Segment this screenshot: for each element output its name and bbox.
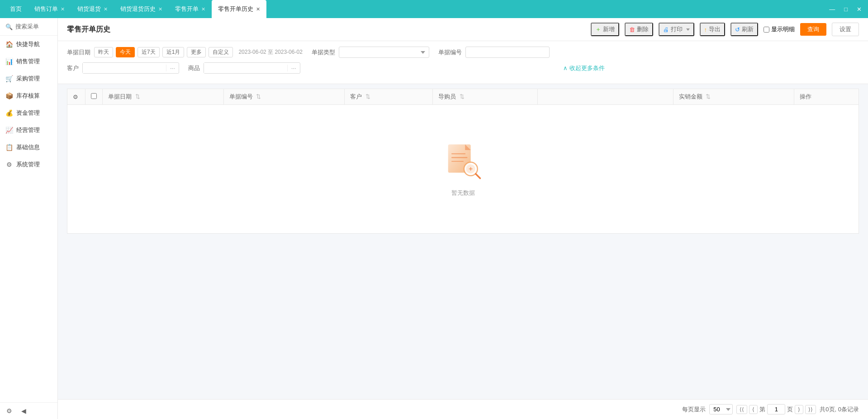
tab-retail-open[interactable]: 零售开单 ✕ xyxy=(169,0,212,18)
tab-home[interactable]: 首页 xyxy=(4,0,28,18)
delete-icon: 🗑 xyxy=(629,26,635,33)
amount-sort-icon[interactable]: ⇅ xyxy=(706,93,711,100)
settings-icon[interactable]: ⚙ xyxy=(5,407,13,414)
guide-sort-icon[interactable]: ⇅ xyxy=(460,93,465,100)
toolbar: ＋ 新增 🗑 删除 🖨 打印 ↑ 导出 ↺ 刷新 xyxy=(591,23,859,36)
page-input[interactable] xyxy=(767,404,785,414)
plus-icon: ＋ xyxy=(595,25,601,33)
bill-type-select[interactable] xyxy=(339,47,429,58)
goods-input-wrapper: ··· xyxy=(204,62,300,74)
custom-date-btn[interactable]: 自定义 xyxy=(209,47,233,57)
add-button[interactable]: ＋ 新增 xyxy=(591,23,619,36)
maximize-button[interactable]: □ xyxy=(841,5,850,14)
table-body: 暂无数据 xyxy=(67,105,859,234)
more-date-btn[interactable]: 更多 xyxy=(187,47,206,57)
data-table: ⚙ 单据日期 ⇅ 单据编号 ⇅ xyxy=(67,89,859,234)
customer-more-btn[interactable]: ··· xyxy=(166,65,179,71)
collapse-btn[interactable]: ∧ 收起更多条件 xyxy=(563,64,605,72)
date-shortcuts: 昨天 今天 近7天 近1月 更多 自定义 xyxy=(94,47,233,57)
sidebar-item-finance[interactable]: 💰 资金管理 xyxy=(0,104,57,122)
page-title: 零售开单历史 xyxy=(67,25,110,34)
sidebar-item-base-info[interactable]: 📋 基础信息 xyxy=(0,139,57,156)
collapse-icon[interactable]: ◀ xyxy=(20,407,27,414)
date-filter-group: 单据日期 昨天 今天 近7天 近1月 更多 自定义 2023-06-02 至 2… xyxy=(67,47,303,57)
first-page-button[interactable]: ⟨⟨ xyxy=(736,405,747,414)
refresh-button[interactable]: ↺ 刷新 xyxy=(730,23,758,36)
page-size-select[interactable]: 20 50 100 200 xyxy=(709,404,733,414)
minimize-button[interactable]: — xyxy=(826,5,838,14)
customer-input[interactable] xyxy=(83,63,166,73)
svg-line-7 xyxy=(475,174,480,179)
total-info: 共0页, 0条记录 xyxy=(820,405,859,414)
date-range-text: 2023-06-02 至 2023-06-02 xyxy=(238,48,302,56)
box-icon: 📦 xyxy=(5,92,13,99)
empty-state: 暂无数据 xyxy=(67,105,859,233)
sidebar-bottom: ⚙ ◀ xyxy=(0,402,57,419)
tab-sales-return[interactable]: 销货退货 ✕ xyxy=(71,0,114,18)
page-nav: ⟨⟨ ⟨ 第 页 ⟩ ⟩⟩ xyxy=(736,404,816,414)
query-button[interactable]: 查询 xyxy=(800,23,826,36)
tab-sales-return-history-close[interactable]: ✕ xyxy=(158,6,162,12)
table-header: ⚙ 单据日期 ⇅ 单据编号 ⇅ xyxy=(67,89,859,105)
gear-icon: ⚙ xyxy=(5,161,13,168)
sidebar-item-inventory[interactable]: 📦 库存核算 xyxy=(0,87,57,104)
select-all-checkbox[interactable] xyxy=(91,93,97,99)
page-size-label: 每页显示 xyxy=(682,405,706,414)
table-settings-icon[interactable]: ⚙ xyxy=(73,94,78,100)
tab-sales-order-close[interactable]: ✕ xyxy=(61,6,65,12)
tab-sales-return-close[interactable]: ✕ xyxy=(104,6,108,12)
date-sort-icon[interactable]: ⇅ xyxy=(135,93,140,100)
tab-sales-order[interactable]: 销售订单 ✕ xyxy=(28,0,71,18)
tab-retail-open-close[interactable]: ✕ xyxy=(201,6,205,12)
no-sort-icon[interactable]: ⇅ xyxy=(256,93,261,100)
settings-button[interactable]: 设置 xyxy=(832,23,859,36)
filter-row-2: 客户 ··· 商品 ··· ∧ xyxy=(67,62,859,74)
close-button[interactable]: ✕ xyxy=(854,5,864,14)
empty-illustration xyxy=(441,141,486,182)
info-icon: 📋 xyxy=(5,144,13,151)
sidebar-item-purchase-mgmt[interactable]: 🛒 采购管理 xyxy=(0,70,57,87)
th-date: 单据日期 ⇅ xyxy=(103,89,224,105)
tab-bar: 首页 销售订单 ✕ 销货退货 ✕ 销货退货历史 ✕ 零售开单 ✕ 零售开单历史 … xyxy=(0,0,868,18)
goods-filter-group: 商品 ··· xyxy=(188,62,300,74)
delete-button[interactable]: 🗑 删除 xyxy=(625,23,653,36)
display-detail-checkbox-label[interactable]: 显示明细 xyxy=(764,25,795,33)
sidebar-item-sales-mgmt[interactable]: 📊 销售管理 xyxy=(0,53,57,70)
customer-sort-icon[interactable]: ⇅ xyxy=(365,93,370,100)
home-icon: 🏠 xyxy=(5,41,13,48)
tab-retail-open-history-close[interactable]: ✕ xyxy=(256,6,260,12)
page-header: 零售开单历史 ＋ 新增 🗑 删除 🖨 打印 ↑ 导出 xyxy=(58,18,868,41)
tab-retail-open-history[interactable]: 零售开单历史 ✕ xyxy=(212,0,266,18)
bill-no-input[interactable] xyxy=(465,47,550,58)
yesterday-btn[interactable]: 昨天 xyxy=(94,47,113,57)
page-label: 第 xyxy=(759,405,765,414)
goods-input[interactable] xyxy=(204,63,287,73)
content-area: 零售开单历史 ＋ 新增 🗑 删除 🖨 打印 ↑ 导出 xyxy=(58,18,868,419)
last7days-btn[interactable]: 近7天 xyxy=(138,47,160,57)
main-layout: 🔍 搜索采单 🏠 快捷导航 📊 销售管理 🛒 采购管理 📦 库存核算 💰 资金管… xyxy=(0,18,868,419)
last-month-btn[interactable]: 近1月 xyxy=(162,47,185,57)
next-page-button[interactable]: ⟩ xyxy=(795,405,803,414)
filter-area: 单据日期 昨天 今天 近7天 近1月 更多 自定义 2023-06-02 至 2… xyxy=(58,41,868,84)
cart-icon: 🛒 xyxy=(5,75,13,82)
print-icon: 🖨 xyxy=(663,26,669,33)
sidebar-item-quick-nav[interactable]: 🏠 快捷导航 xyxy=(0,36,57,53)
customer-input-wrapper: ··· xyxy=(82,62,179,74)
prev-page-button[interactable]: ⟨ xyxy=(749,405,758,414)
th-amount xyxy=(537,89,673,105)
display-detail-checkbox[interactable] xyxy=(764,27,769,33)
today-btn[interactable]: 今天 xyxy=(116,47,135,57)
chart-icon: 📊 xyxy=(5,58,13,65)
sidebar-search[interactable]: 🔍 搜索采单 xyxy=(0,18,57,36)
last-page-button[interactable]: ⟩⟩ xyxy=(805,405,816,414)
tab-sales-return-history[interactable]: 销货退货历史 ✕ xyxy=(114,0,169,18)
export-button[interactable]: ↑ 导出 xyxy=(700,23,726,36)
print-button[interactable]: 🖨 打印 xyxy=(659,23,694,36)
money-icon: 💰 xyxy=(5,109,13,117)
sidebar-item-operations[interactable]: 📈 经营管理 xyxy=(0,122,57,139)
sidebar-item-sys-mgmt[interactable]: ⚙ 系统管理 xyxy=(0,156,57,173)
goods-more-btn[interactable]: ··· xyxy=(287,65,300,71)
th-checkbox xyxy=(85,89,103,105)
empty-text: 暂无数据 xyxy=(451,189,475,197)
window-controls: — □ ✕ xyxy=(826,5,864,14)
